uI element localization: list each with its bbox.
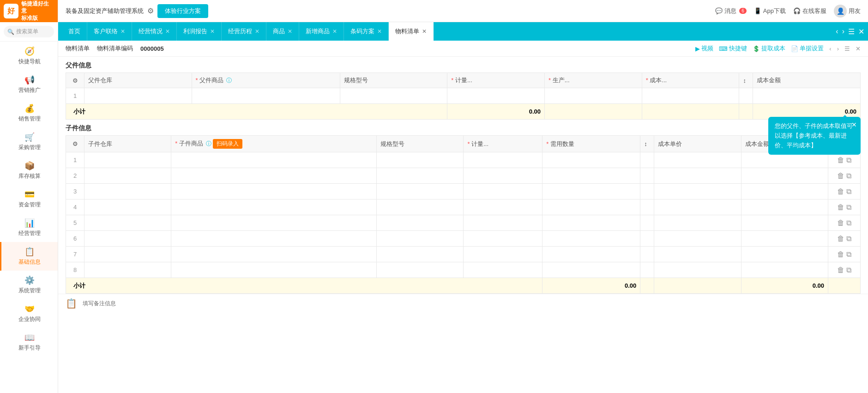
child-unit-1[interactable]: [464, 152, 542, 168]
child-warehouse-7[interactable]: [84, 247, 171, 262]
child-unit-7[interactable]: [464, 247, 542, 262]
copy-icon-5[interactable]: ⧉: [846, 219, 851, 227]
tab-home[interactable]: 首页: [62, 22, 87, 41]
child-warehouse-6[interactable]: [84, 231, 171, 247]
sidebar-item-quicknav[interactable]: 🧭 快捷导航: [0, 42, 58, 70]
tabs-nav-left[interactable]: ‹: [836, 27, 838, 36]
delete-icon-1[interactable]: 🗑: [837, 156, 844, 164]
sidebar-search-container[interactable]: 🔍 搜索菜单: [0, 22, 58, 42]
cost-extract-link[interactable]: 💲 提取成本: [753, 44, 785, 53]
view-link[interactable]: ▶ 视频: [695, 44, 713, 53]
list-view-icon[interactable]: ☰: [844, 45, 850, 52]
tab-close-goods[interactable]: ✕: [288, 28, 292, 35]
copy-icon-3[interactable]: ⧉: [846, 187, 851, 196]
child-cost-amount-3[interactable]: [741, 184, 828, 200]
online-support-item[interactable]: 🎧 在线客服: [793, 7, 826, 15]
tab-history[interactable]: 经营历程✕: [222, 22, 266, 41]
tab-close-customer[interactable]: ✕: [121, 28, 125, 35]
parent-spec-cell[interactable]: [340, 88, 447, 104]
user-item[interactable]: 👤 用友: [834, 5, 861, 18]
sidebar-item-enterprise[interactable]: 🤝 企业协同: [0, 299, 58, 328]
single-settings-link[interactable]: 📄 单据设置: [791, 44, 824, 53]
child-unit-5[interactable]: [464, 215, 542, 231]
child-cost-amount-8[interactable]: [741, 262, 828, 278]
delete-icon-2[interactable]: 🗑: [837, 172, 844, 180]
tab-newgoods[interactable]: 新增商品✕: [299, 22, 344, 41]
message-item[interactable]: 💬 消息 6: [715, 7, 747, 15]
delete-icon-7[interactable]: 🗑: [837, 250, 844, 259]
delete-icon-5[interactable]: 🗑: [837, 219, 844, 227]
tab-close-operations[interactable]: ✕: [165, 28, 170, 35]
child-goods-2[interactable]: [171, 168, 377, 184]
child-unit-cost-4[interactable]: [654, 200, 741, 215]
tab-operations[interactable]: 经营情况✕: [132, 22, 177, 41]
parent-production-cell[interactable]: [544, 88, 642, 104]
child-unit-cost-6[interactable]: [654, 231, 741, 247]
form-close-icon[interactable]: ✕: [856, 45, 861, 52]
copy-icon-8[interactable]: ⧉: [846, 266, 851, 274]
child-goods-4[interactable]: [171, 200, 377, 215]
child-unit-cost-2[interactable]: [654, 168, 741, 184]
tab-close-barcode[interactable]: ✕: [377, 28, 382, 35]
child-qty-6[interactable]: [542, 231, 640, 247]
sidebar-item-operations[interactable]: 📊 经营管理: [0, 213, 58, 242]
delete-icon-4[interactable]: 🗑: [837, 203, 844, 212]
child-goods-1[interactable]: [171, 152, 377, 168]
child-cost-amount-7[interactable]: [741, 247, 828, 262]
tabs-close-all[interactable]: ✕: [858, 27, 864, 36]
child-warehouse-5[interactable]: [84, 215, 171, 231]
tabs-menu[interactable]: ☰: [848, 27, 855, 36]
sidebar-item-finance[interactable]: 💳 资金管理: [0, 185, 58, 213]
copy-icon-6[interactable]: ⧉: [846, 235, 851, 243]
child-qty-5[interactable]: [542, 215, 640, 231]
delete-icon-6[interactable]: 🗑: [837, 235, 844, 243]
shortcut-link[interactable]: ⌨ 快捷键: [719, 44, 747, 53]
child-warehouse-1[interactable]: [84, 152, 171, 168]
child-qty-1[interactable]: [542, 152, 640, 168]
parent-warehouse-cell[interactable]: [84, 88, 192, 104]
parent-goods-cell[interactable]: [192, 88, 340, 104]
child-goods-7[interactable]: [171, 247, 377, 262]
parent-cost-cell[interactable]: [642, 88, 739, 104]
child-qty-4[interactable]: [542, 200, 640, 215]
child-unit-2[interactable]: [464, 168, 542, 184]
nav-arrow-right[interactable]: ›: [837, 45, 839, 52]
child-cost-amount-4[interactable]: [741, 200, 828, 215]
sidebar-item-marketing[interactable]: 📢 营销推广: [0, 70, 58, 99]
tab-barcode[interactable]: 条码方案✕: [344, 22, 389, 41]
child-unit-cost-8[interactable]: [654, 262, 741, 278]
sidebar-item-guide[interactable]: 📖 新手引导: [0, 328, 58, 357]
child-unit-8[interactable]: [464, 262, 542, 278]
tab-customer[interactable]: 客户联络✕: [87, 22, 132, 41]
child-unit-cost-7[interactable]: [654, 247, 741, 262]
delete-icon-8[interactable]: 🗑: [837, 266, 844, 274]
child-spec-1[interactable]: [377, 152, 464, 168]
child-cost-amount-2[interactable]: [741, 168, 828, 184]
child-goods-5[interactable]: [171, 215, 377, 231]
breadcrumb-item1[interactable]: 物料清单: [66, 44, 90, 53]
app-download-item[interactable]: 📱 App下载: [754, 7, 786, 15]
child-warehouse-8[interactable]: [84, 262, 171, 278]
child-spec-3[interactable]: [377, 184, 464, 200]
tab-profit[interactable]: 利润报告✕: [177, 22, 222, 41]
tabs-nav-right[interactable]: ›: [842, 27, 844, 36]
sidebar-item-inventory[interactable]: 📦 库存核算: [0, 156, 58, 185]
nav-arrow-left[interactable]: ‹: [829, 45, 831, 52]
sidebar-item-purchase[interactable]: 🛒 采购管理: [0, 127, 58, 156]
child-spec-2[interactable]: [377, 168, 464, 184]
child-qty-7[interactable]: [542, 247, 640, 262]
child-goods-3[interactable]: [171, 184, 377, 200]
tab-close-profit[interactable]: ✕: [210, 28, 215, 35]
child-unit-cost-1[interactable]: [654, 152, 741, 168]
tab-close-history[interactable]: ✕: [255, 28, 259, 35]
child-unit-cost-3[interactable]: [654, 184, 741, 200]
child-spec-6[interactable]: [377, 231, 464, 247]
child-spec-4[interactable]: [377, 200, 464, 215]
delete-icon-3[interactable]: 🗑: [837, 187, 844, 196]
gear-icon[interactable]: ⚙: [147, 6, 154, 15]
copy-icon-2[interactable]: ⧉: [846, 172, 851, 180]
child-warehouse-3[interactable]: [84, 184, 171, 200]
copy-icon-7[interactable]: ⧉: [846, 250, 851, 259]
child-warehouse-2[interactable]: [84, 168, 171, 184]
parent-cost-amount-cell[interactable]: [753, 88, 861, 104]
